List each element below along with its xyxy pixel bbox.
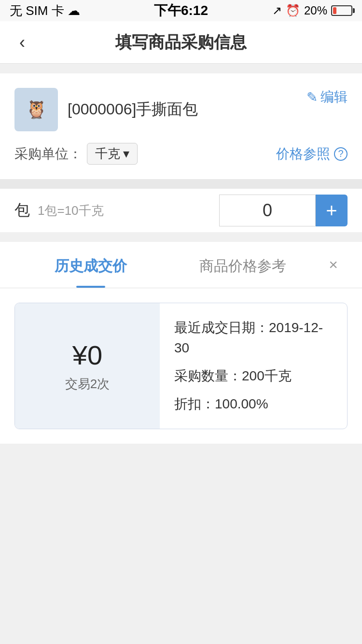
tabs-panel: 历史成交价 商品价格参考 × ¥0 交易2次 最近成交日期：2019-12-30…	[0, 242, 362, 444]
status-left: 无 SIM 卡 ☁	[10, 2, 80, 19]
dropdown-arrow-icon: ▾	[123, 146, 129, 161]
quantity-control: 0 +	[219, 195, 348, 226]
card-recent-date: 最近成交日期：2019-12-30	[174, 318, 333, 358]
product-name: [0000006]手撕面包	[68, 99, 198, 120]
status-time: 下午6:12	[154, 1, 208, 20]
product-header: 🦉 [0000006]手撕面包 ✎ 编辑	[14, 88, 348, 131]
section-divider	[0, 179, 362, 189]
card-transactions: 交易2次	[65, 376, 110, 392]
card-discount: 折扣：100.00%	[174, 394, 333, 414]
card-price-summary: ¥0 交易2次	[15, 303, 160, 429]
unit-select-dropdown[interactable]: 千克 ▾	[87, 143, 138, 165]
tab-history-price[interactable]: 历史成交价	[14, 242, 167, 288]
product-image: 🦉	[14, 88, 58, 131]
unit-label: 采购单位： 千克 ▾	[14, 143, 138, 165]
back-button[interactable]: ‹	[14, 28, 30, 57]
product-unit-row: 采购单位： 千克 ▾ 价格参照 ?	[14, 143, 348, 165]
quantity-plus-button[interactable]: +	[316, 195, 348, 226]
tab-price-reference[interactable]: 商品价格参考	[167, 242, 320, 288]
edit-icon: ✎	[306, 89, 318, 105]
card-purchase-qty: 采购数量：200千克	[174, 366, 333, 386]
quantity-label: 包 1包=10千克	[14, 200, 104, 221]
card-price-value: ¥0	[72, 339, 102, 371]
edit-button[interactable]: ✎ 编辑	[306, 88, 348, 106]
help-icon: ?	[334, 147, 348, 161]
page-title: 填写商品采购信息	[115, 31, 247, 54]
quantity-unit: 包	[14, 200, 30, 221]
card-container: ¥0 交易2次 最近成交日期：2019-12-30 采购数量：200千克 折扣：…	[0, 288, 362, 444]
quantity-section: 包 1包=10千克 0 +	[0, 189, 362, 232]
product-section: 🦉 [0000006]手撕面包 ✎ 编辑 采购单位： 千克 ▾ 价格参照 ?	[0, 73, 362, 179]
tabs-header: 历史成交价 商品价格参考 ×	[0, 242, 362, 288]
price-reference-button[interactable]: 价格参照 ?	[276, 145, 348, 163]
quantity-conversion: 1包=10千克	[38, 202, 104, 219]
location-icon: ↗	[272, 4, 282, 17]
tabs-close-button[interactable]: ×	[319, 246, 348, 283]
quantity-input[interactable]: 0	[219, 195, 316, 226]
sim-status: 无 SIM 卡 ☁	[10, 2, 80, 19]
card-details: 最近成交日期：2019-12-30 采购数量：200千克 折扣：100.00%	[160, 303, 347, 429]
status-right: ↗ ⏰ 20%	[272, 4, 352, 17]
price-card: ¥0 交易2次 最近成交日期：2019-12-30 采购数量：200千克 折扣：…	[14, 303, 348, 429]
page-background	[0, 444, 362, 644]
nav-bar: ‹ 填写商品采购信息	[0, 21, 362, 64]
battery-percent: 20%	[304, 4, 327, 17]
product-info: 🦉 [0000006]手撕面包	[14, 88, 198, 131]
product-thumb-icon: 🦉	[26, 99, 47, 120]
status-bar: 无 SIM 卡 ☁ 下午6:12 ↗ ⏰ 20%	[0, 0, 362, 21]
alarm-icon: ⏰	[286, 4, 300, 17]
battery-icon	[331, 5, 352, 16]
